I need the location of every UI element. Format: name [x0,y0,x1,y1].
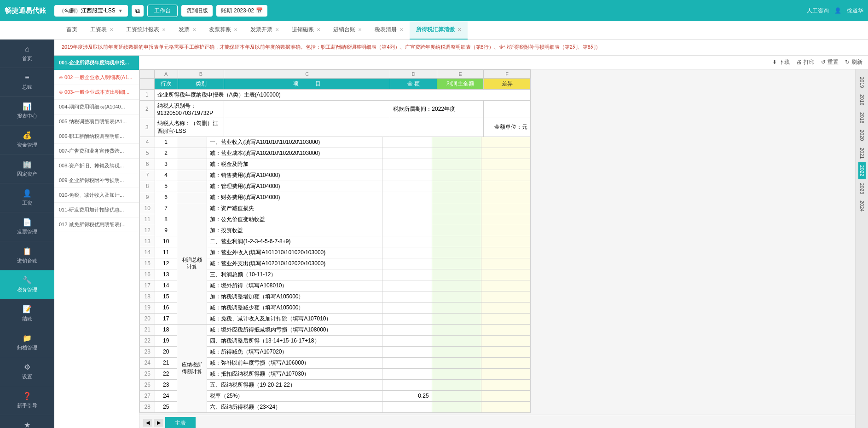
sidebar-item-payroll[interactable]: 👤 工资 [0,183,54,212]
profit-cell[interactable] [432,203,481,214]
diff-cell[interactable] [481,335,530,346]
amount-cell[interactable] [382,148,432,159]
nav-tab-purchase-ledger[interactable]: 进销台账 ✕ [327,21,368,40]
amount-cell[interactable] [382,247,432,258]
profit-cell[interactable] [432,148,481,159]
profit-cell[interactable] [432,225,481,236]
close-icon-active[interactable]: ✕ [457,27,461,32]
profit-cell[interactable] [432,214,481,225]
sidebar-item-home[interactable]: ⌂ 首页 [0,40,54,68]
diff-cell[interactable] [481,247,530,258]
download-button[interactable]: ⬇ 下载 [772,58,790,66]
amount-cell[interactable] [382,203,432,214]
diff-cell[interactable] [481,368,530,379]
amount-cell[interactable] [382,192,432,203]
year-item-2024[interactable]: 2024 [858,198,866,214]
close-icon[interactable]: ✕ [192,27,196,32]
diff-cell[interactable] [481,137,530,148]
amount-cell[interactable] [382,335,432,346]
sidebar-item-ledger[interactable]: ≡ 总账 [0,68,54,97]
reset-button[interactable]: ↺ 重置 [821,58,839,66]
copy-icon-btn[interactable]: ⧉ [132,5,144,17]
amount-cell[interactable] [382,302,432,313]
year-item-2020[interactable]: 2020 [858,127,866,143]
workspace-button[interactable]: 工作台 [147,5,178,17]
diff-cell[interactable] [481,269,530,280]
nav-tab-invoice[interactable]: 发票 ✕ [172,21,203,40]
sidebar-item-close[interactable]: 📝 结账 [0,299,54,328]
sidebar-item-purchase[interactable]: 📋 进销台账 [0,241,54,270]
amount-cell[interactable] [382,368,432,379]
nav-tab-payroll-stat[interactable]: 工资统计报表 ✕ [120,21,172,40]
refresh-button[interactable]: ↻ 刷新 [845,58,862,66]
amount-cell[interactable] [382,236,432,247]
old-version-button[interactable]: 切到旧版 [181,5,213,17]
amount-cell[interactable] [382,170,432,181]
profit-cell[interactable] [432,368,481,379]
sidebar-item-invoice-mgmt[interactable]: 📄 发票管理 [0,212,54,241]
profit-cell[interactable] [432,137,481,148]
year-item-2016[interactable]: 2016 [858,91,866,108]
profit-cell[interactable] [432,280,481,291]
list-item-004[interactable]: 004-期间费用明细表(A1040... [54,100,139,114]
sidebar-item-settings[interactable]: ⚙ 设置 [0,357,54,386]
profit-cell[interactable] [432,291,481,302]
diff-cell[interactable] [481,203,530,214]
diff-cell[interactable] [481,214,530,225]
profit-cell[interactable] [432,247,481,258]
profit-cell[interactable] [432,236,481,247]
amount-cell[interactable] [382,258,432,269]
close-icon[interactable]: ✕ [234,27,237,32]
diff-cell[interactable] [481,401,530,412]
diff-cell[interactable] [481,346,530,357]
profit-cell[interactable] [432,302,481,313]
close-icon[interactable]: ✕ [317,27,320,32]
sidebar-item-tax[interactable]: 🔧 税务管理 [0,270,54,299]
nav-tab-purchase-sales[interactable]: 进销磁账 ✕ [285,21,327,40]
list-item-006[interactable]: 006-职工薪酬纳税调整明细... [54,129,139,144]
amount-cell[interactable] [382,269,432,280]
diff-cell[interactable] [481,148,530,159]
list-item-007[interactable]: 007-广告费和业务宣传费跨... [54,144,139,159]
list-item-003[interactable]: 003-一般企业成本支出明细... [54,85,139,100]
amount-cell[interactable] [382,379,432,390]
sidebar-item-assets[interactable]: 🏢 固定资产 [0,154,54,183]
year-item-2021[interactable]: 2021 [858,145,866,161]
amount-cell[interactable] [382,346,432,357]
profit-cell[interactable] [432,401,481,412]
ledger-selector[interactable]: 账期 2023-02 📅 [216,5,267,17]
diff-cell[interactable] [481,181,530,192]
list-item-008[interactable]: 008-资产折旧、摊销及纳税... [54,159,139,173]
year-item-2019[interactable]: 2019 [858,74,866,91]
diff-cell[interactable] [481,192,530,203]
nav-tab-invoice-calc[interactable]: 发票算账 ✕ [203,21,244,40]
nav-tab-payroll[interactable]: 工资表 ✕ [84,21,120,40]
print-button[interactable]: 🖨 打印 [796,58,815,66]
nav-tab-tax-list[interactable]: 税表清册 ✕ [368,21,410,40]
close-icon[interactable]: ✕ [275,27,279,32]
amount-cell[interactable] [382,137,432,148]
profit-cell[interactable] [432,379,481,390]
profit-cell[interactable] [432,192,481,203]
sidebar-item-finance[interactable]: 💰 资金管理 [0,126,54,154]
sheet-tab-main[interactable]: 主表 [165,417,196,428]
profit-cell[interactable] [432,159,481,170]
list-item-001[interactable]: 001-企业所得税年度纳税申报... [54,56,139,70]
profit-cell[interactable] [432,269,481,280]
list-item-011[interactable]: 011-研发费用加计扣除优惠... [54,203,139,217]
nav-tab-income-tax[interactable]: 所得税汇算清缴 ✕ [410,21,468,40]
amount-cell[interactable] [382,159,432,170]
sidebar-item-guide[interactable]: ❓ 新手引导 [0,386,54,415]
amount-cell[interactable] [382,280,432,291]
diff-cell[interactable] [481,225,530,236]
profit-cell[interactable] [432,335,481,346]
list-item-002[interactable]: 002-一般企业收入明细表(A1... [54,70,139,85]
diff-cell[interactable] [481,324,530,335]
sidebar-item-member[interactable]: ★ 畅会员 [0,415,54,428]
amount-cell[interactable] [382,214,432,225]
diff-cell[interactable] [481,159,530,170]
year-item-2023[interactable]: 2023 [858,180,866,197]
profit-cell[interactable] [432,357,481,368]
list-item-010[interactable]: 010-免税、减计收入及加计... [54,188,139,203]
close-icon[interactable]: ✕ [162,27,166,32]
